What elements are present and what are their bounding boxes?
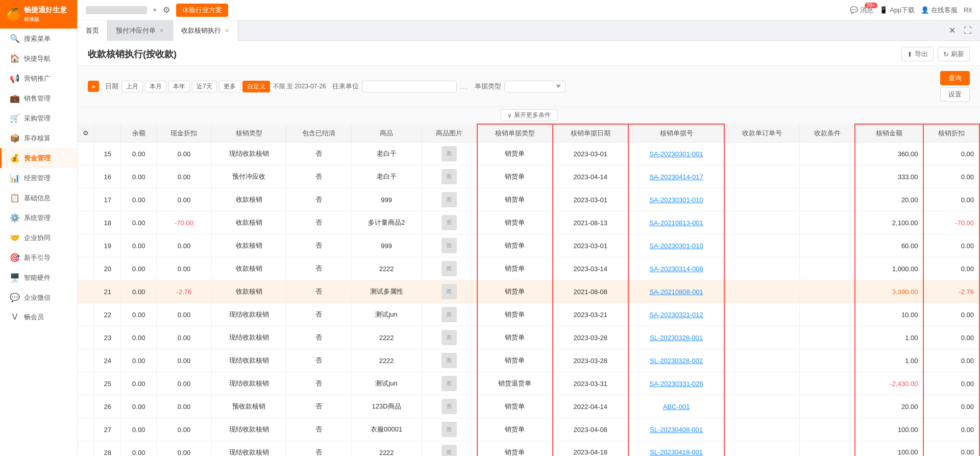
- sidebar-item-label: 快捷导航: [24, 54, 51, 63]
- expand-more-label: 展开更多条件: [514, 111, 551, 119]
- sidebar-item-search[interactable]: 🔍 搜索菜单: [0, 29, 77, 49]
- date-btn-this-year[interactable]: 本年: [168, 81, 190, 92]
- table-header-row: ⚙ 余额 现金折扣 核销类型 包含已结清 商品 商品图片 核销单据类型 核销单据…: [78, 124, 979, 142]
- topbar-gear-icon[interactable]: ⚙: [163, 5, 170, 15]
- th-settings[interactable]: ⚙: [78, 124, 94, 142]
- date-btn-this-month[interactable]: 本月: [145, 81, 166, 92]
- date-buttons: 上月 本月 本年 近7天 更多 自定义: [121, 81, 270, 92]
- sidebar-item-marketing[interactable]: 📢 营销推广: [0, 68, 77, 88]
- th-goods-img: 商品图片: [422, 124, 477, 142]
- filter-billtype-group: 单据类型: [475, 81, 566, 92]
- filter-unit-group: 往来单位 ...: [332, 81, 469, 92]
- sidebar-item-baseinfo[interactable]: 📋 基础信息: [0, 188, 77, 208]
- logo-title: 畅捷通好生意: [24, 6, 67, 15]
- sidebar-item-bizmanage[interactable]: 📊 经营管理: [0, 168, 77, 188]
- app-download-btn[interactable]: 📱 App下载: [879, 6, 915, 15]
- query-btn[interactable]: 查询: [940, 71, 970, 85]
- table-row: 240.000.00现结收款核销否2222图销货单2023-03-28SL-20…: [78, 349, 979, 372]
- th-bill-date: 核销单据日期: [553, 124, 628, 142]
- sidebar-item-label: 智能硬件: [24, 273, 51, 282]
- sidebar-item-label: 畅会员: [24, 313, 44, 322]
- page-title: 收款核销执行(按收款): [88, 48, 177, 60]
- th-bill-type: 核销单据类型: [477, 124, 553, 142]
- sidebar-item-hardware[interactable]: 🖥️ 智能硬件: [0, 268, 77, 287]
- wechat-icon: 💬: [10, 293, 20, 302]
- tab-close-all-icon[interactable]: ✕: [947, 23, 958, 37]
- date-btn-7days[interactable]: 近7天: [192, 81, 217, 92]
- mobile-icon: 📱: [879, 6, 888, 14]
- page-header: 收款核销执行(按收款) ⬆ 导出 ↻ 刷新: [78, 41, 980, 66]
- unit-input[interactable]: [362, 81, 457, 92]
- billtype-select[interactable]: [504, 81, 566, 92]
- sidebar-item-guide[interactable]: 🎯 新手引导: [0, 248, 77, 268]
- sidebar-item-sales[interactable]: 💼 销售管理: [0, 88, 77, 108]
- tab-verify-close[interactable]: ×: [224, 26, 230, 35]
- bizcolab-icon: 🤝: [10, 233, 20, 243]
- industry-btn[interactable]: 休验行业方案: [176, 4, 228, 17]
- message-badge: 99+: [865, 3, 877, 8]
- table-container[interactable]: ⚙ 余额 现金折扣 核销类型 包含已结清 商品 商品图片 核销单据类型 核销单据…: [78, 124, 980, 456]
- sidebar-item-finance[interactable]: 💰 资金管理: [0, 148, 77, 168]
- tab-prepay-close[interactable]: ×: [159, 26, 164, 35]
- sales-icon: 💼: [10, 93, 20, 103]
- message-icon: 💬: [850, 6, 858, 14]
- tab-verify[interactable]: 收款核销执行 ×: [173, 20, 238, 41]
- filter-dots: ...: [460, 83, 469, 90]
- tab-verify-label: 收款核销执行: [181, 26, 221, 35]
- sidebar-item-wechat[interactable]: 💬 企业微信: [0, 287, 77, 307]
- filter-settings-btn[interactable]: 设置: [940, 87, 970, 102]
- table-row: 280.000.00现结收款核销否2222图销货单2023-04-18SL-20…: [78, 441, 979, 457]
- tabs-actions: ✕ ⛶: [947, 23, 980, 37]
- refresh-icon: ↻: [943, 51, 949, 58]
- hardware-icon: 🖥️: [10, 273, 20, 282]
- th-verify-discount: 核销折扣: [923, 124, 979, 142]
- table-row: 170.000.00收款核销否999图销货单2023-03-01SA-20230…: [78, 188, 979, 211]
- date-btn-custom[interactable]: 自定义: [242, 81, 270, 92]
- table-row: 200.000.00收款核销否2222图销货单2023-03-14SA-2023…: [78, 257, 979, 280]
- sidebar-item-sysmanage[interactable]: ⚙️ 系统管理: [0, 208, 77, 228]
- filter-expand-btn[interactable]: »: [88, 81, 99, 92]
- export-icon: ⬆: [907, 51, 913, 58]
- message-btn[interactable]: 💬 消息 99+: [850, 6, 873, 15]
- export-btn[interactable]: ⬆ 导出: [901, 47, 934, 61]
- sidebar-item-quicknav[interactable]: 🏠 快捷导航: [0, 49, 77, 68]
- search-icon: 🔍: [10, 34, 20, 43]
- tab-home[interactable]: 首页: [78, 20, 108, 41]
- th-seq: [94, 124, 121, 142]
- table-row: 270.000.00现结收款核销否衣服00001图销货单2023-04-08SL…: [78, 418, 979, 441]
- th-included-settled: 包含已结清: [286, 124, 351, 142]
- sidebar-item-label: 资金管理: [24, 154, 51, 163]
- user-label[interactable]: Rit: [964, 6, 972, 14]
- table-row: 230.000.00现结收款核销否2222图销货单2023-03-28SL-20…: [78, 326, 979, 349]
- table-row: 150.000.00现结收款核销否老白干图销货单2023-03-01SA-202…: [78, 142, 979, 165]
- table-row: 220.000.00现结收款核销否测试jun图销货单2023-03-21SA-2…: [78, 303, 979, 326]
- tab-maximize-icon[interactable]: ⛶: [962, 24, 974, 37]
- tab-prepay[interactable]: 预付冲应付单 ×: [108, 20, 173, 41]
- topbar-dropdown-arrow[interactable]: ▾: [153, 6, 157, 14]
- purchase-icon: 🛒: [10, 113, 20, 123]
- date-btn-last-month[interactable]: 上月: [121, 81, 143, 92]
- app-logo: 🍊 畅捷通好生意 标准版: [0, 0, 77, 29]
- sidebar-item-label: 搜索菜单: [24, 34, 51, 43]
- date-btn-more[interactable]: 更多: [219, 81, 240, 92]
- sidebar-item-label: 营销推广: [24, 74, 51, 83]
- sidebar-item-bizcolab[interactable]: 🤝 企业协同: [0, 228, 77, 248]
- filter-action-group: 查询 设置: [940, 71, 970, 102]
- sidebar-item-label: 系统管理: [24, 213, 51, 223]
- online-service-btn[interactable]: 👤 在线客服: [921, 6, 958, 15]
- tab-prepay-label: 预付冲应付单: [116, 26, 156, 35]
- table-row: 250.000.00现结收款核销否测试jun图销货退货单2023-03-31SA…: [78, 372, 979, 395]
- sidebar-item-purchase[interactable]: 🛒 采购管理: [0, 108, 77, 128]
- sidebar-item-label: 库存核算: [24, 134, 51, 143]
- th-balance: 余额: [121, 124, 157, 142]
- date-label: 日期: [105, 82, 118, 91]
- sidebar-item-inventory[interactable]: 📦 库存核算: [0, 128, 77, 148]
- table-row: 210.00-2.76收款核销否测试多属性图销货单2021-08-08SA-20…: [78, 280, 979, 303]
- expand-more-btn[interactable]: ∨ 展开更多条件: [501, 109, 557, 121]
- unit-label: 往来单位: [332, 82, 359, 91]
- bizmanage-icon: 📊: [10, 173, 20, 183]
- refresh-btn[interactable]: ↻ 刷新: [938, 47, 970, 61]
- app-topbar: ▾ ⚙ 休验行业方案 💬 消息 99+ 📱 App下载 👤 在线客服 Rit: [78, 0, 980, 20]
- sidebar-item-member[interactable]: V 畅会员: [0, 307, 77, 327]
- sidebar: 🍊 畅捷通好生意 标准版 🔍 搜索菜单 🏠 快捷导航 📢 营销推广 💼 销售管理…: [0, 0, 78, 456]
